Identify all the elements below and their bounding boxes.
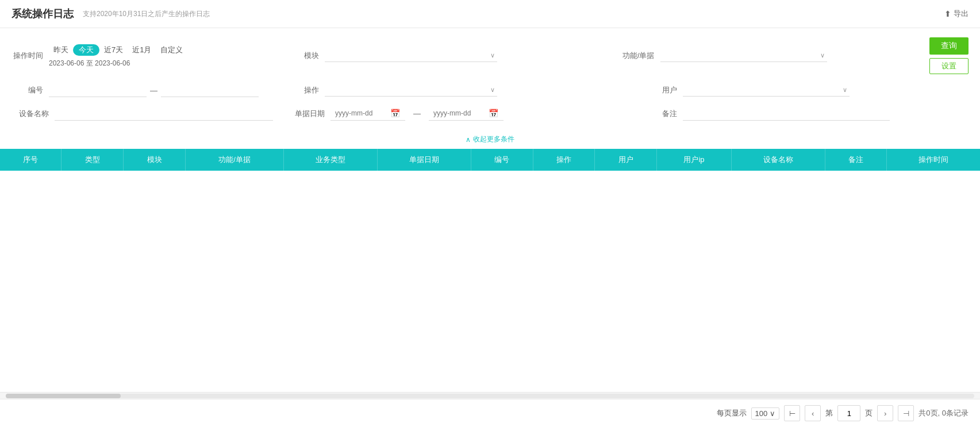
voucher-date-group: 单据日期 📅 — 📅: [287, 106, 611, 121]
user-arrow-icon: ∨: [843, 86, 847, 94]
next-page-button[interactable]: ›: [877, 405, 893, 421]
col-func: 功能/单据: [186, 149, 284, 171]
date-start-field[interactable]: [335, 109, 387, 117]
export-label: 导出: [954, 9, 969, 19]
number-input-start[interactable]: [49, 83, 147, 97]
remark-field[interactable]: [687, 109, 885, 118]
col-device: 设备名称: [731, 149, 825, 171]
filter-row-1: 操作时间 昨天 今天 近7天 近1月 自定义 2023-06-06 至 2023…: [11, 37, 969, 74]
collapse-button[interactable]: ∧ 收起更多条件: [466, 134, 514, 144]
date-start-input[interactable]: 📅: [330, 106, 405, 121]
data-table: 序号 类型 模块 功能/单据 业务类型 单据日期 编号 操作 用户 用户ip 设…: [0, 149, 980, 171]
number-group: 编号 —: [11, 83, 253, 97]
page-size-value: 100: [755, 409, 768, 418]
total-info: 共0页, 0条记录: [918, 408, 969, 418]
func-arrow-icon: ∨: [820, 52, 825, 59]
number-start-field[interactable]: [53, 86, 142, 94]
module-label: 模块: [287, 51, 319, 61]
col-user-ip: 用户ip: [657, 149, 731, 171]
device-input[interactable]: [55, 107, 273, 121]
page-size-arrow: ∨: [770, 409, 775, 418]
settings-button[interactable]: 设置: [929, 58, 969, 74]
remark-group: 备注: [645, 107, 969, 121]
last-page-button[interactable]: ⊣: [898, 405, 914, 421]
operation-label: 操作: [287, 85, 319, 95]
filter-row-3: 设备名称 单据日期 📅 — 📅: [11, 106, 969, 121]
operation-group: 操作 ∨: [287, 84, 611, 97]
filter-section: 操作时间 昨天 今天 近7天 近1月 自定义 2023-06-06 至 2023…: [0, 28, 980, 149]
col-sequence: 序号: [0, 149, 62, 171]
custom-btn[interactable]: 自定义: [156, 44, 187, 56]
scrollbar-track: [6, 394, 974, 398]
number-dash: —: [150, 86, 157, 95]
func-dropdown[interactable]: ∨: [660, 49, 827, 62]
today-btn[interactable]: 今天: [73, 44, 99, 56]
module-dropdown[interactable]: ∨: [325, 49, 497, 62]
number-input-end[interactable]: [161, 83, 259, 97]
action-buttons: 查询 设置: [929, 37, 969, 74]
col-biz-type: 业务类型: [283, 149, 377, 171]
operation-arrow-icon: ∨: [490, 86, 495, 94]
date-end-field[interactable]: [433, 109, 485, 117]
page-size-label: 每页显示: [717, 408, 747, 418]
col-user: 用户: [595, 149, 657, 171]
prev-page-button[interactable]: ‹: [805, 405, 821, 421]
date-picker: 📅 — 📅: [330, 106, 504, 121]
horizontal-scrollbar[interactable]: [0, 392, 980, 399]
collapse-label: 收起更多条件: [473, 134, 514, 144]
module-group: 模块 ∨: [287, 49, 583, 62]
col-voucher-date: 单据日期: [377, 149, 471, 171]
number-label: 编号: [11, 85, 43, 95]
date-range-display: 2023-06-06 至 2023-06-06: [49, 59, 187, 68]
page-title: 系统操作日志: [11, 7, 74, 21]
page-subtitle: 支持2020年10月31日之后产生的操作日志: [83, 9, 210, 19]
export-button[interactable]: ⬆ 导出: [944, 9, 969, 19]
device-field[interactable]: [59, 109, 268, 118]
table-header-row: 序号 类型 模块 功能/单据 业务类型 单据日期 编号 操作 用户 用户ip 设…: [0, 149, 980, 171]
func-group: 功能/单据 ∨: [617, 49, 913, 62]
query-button[interactable]: 查询: [929, 37, 969, 55]
date-dash: —: [413, 109, 421, 118]
remark-input[interactable]: [683, 107, 890, 121]
page-size-select[interactable]: 100 ∨: [751, 407, 780, 420]
col-type: 类型: [62, 149, 124, 171]
operation-time-group: 操作时间 昨天 今天 近7天 近1月 自定义 2023-06-06 至 2023…: [11, 44, 253, 68]
table-wrapper: 序号 类型 模块 功能/单据 业务类型 单据日期 编号 操作 用户 用户ip 设…: [0, 149, 980, 392]
page-number-input[interactable]: [837, 405, 860, 421]
user-group: 用户 ∨: [645, 84, 969, 97]
date-end-input[interactable]: 📅: [429, 106, 504, 121]
col-number: 编号: [471, 149, 533, 171]
page-label: 第: [825, 408, 833, 418]
col-op-time: 操作时间: [887, 149, 980, 171]
pagination-bar: 每页显示 100 ∨ ⊢ ‹ 第 页 › ⊣ 共0页, 0条记录: [0, 399, 980, 427]
operation-time-label: 操作时间: [11, 51, 43, 61]
time-filter-content: 昨天 今天 近7天 近1月 自定义 2023-06-06 至 2023-06-0…: [49, 44, 187, 68]
remark-label: 备注: [645, 109, 677, 119]
number-end-field[interactable]: [166, 86, 254, 94]
collapse-up-icon: ∧: [466, 136, 471, 144]
operation-dropdown[interactable]: ∨: [325, 84, 497, 97]
export-icon: ⬆: [944, 9, 951, 18]
user-dropdown[interactable]: ∨: [683, 84, 850, 97]
func-label: 功能/单据: [617, 51, 655, 61]
module-arrow-icon: ∨: [490, 52, 495, 59]
collapse-row: ∧ 收起更多条件: [11, 130, 969, 149]
col-operation: 操作: [533, 149, 595, 171]
user-label: 用户: [645, 85, 677, 95]
voucher-date-label: 单据日期: [287, 109, 325, 119]
col-module: 模块: [124, 149, 186, 171]
scrollbar-thumb[interactable]: [6, 394, 121, 398]
page-unit: 页: [865, 408, 873, 418]
page-header: 系统操作日志 支持2020年10月31日之后产生的操作日志 ⬆ 导出: [0, 0, 980, 28]
table-header: 序号 类型 模块 功能/单据 业务类型 单据日期 编号 操作 用户 用户ip 设…: [0, 149, 980, 171]
header-left: 系统操作日志 支持2020年10月31日之后产生的操作日志: [11, 7, 210, 21]
calendar-end-icon[interactable]: 📅: [489, 109, 498, 118]
col-remark: 备注: [825, 149, 887, 171]
first-page-button[interactable]: ⊢: [784, 405, 800, 421]
time-filter-group: 昨天 今天 近7天 近1月 自定义: [49, 44, 187, 56]
device-label: 设备名称: [11, 109, 49, 119]
last1month-btn[interactable]: 近1月: [128, 44, 156, 56]
last7days-btn[interactable]: 近7天: [99, 44, 128, 56]
yesterday-btn[interactable]: 昨天: [49, 44, 73, 56]
calendar-start-icon[interactable]: 📅: [390, 109, 400, 118]
